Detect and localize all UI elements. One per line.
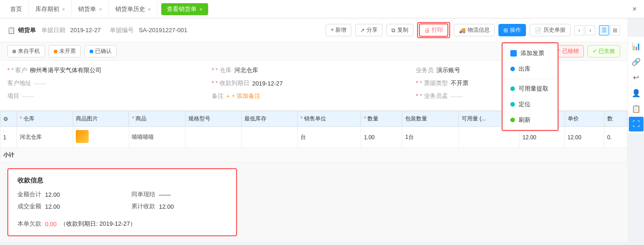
current-due-full-item: 本单欠款 0.00 （收款到期日: 2019-12-27） (17, 220, 227, 228)
cumulative-value: 12.00 (159, 203, 174, 210)
available-qty-item[interactable]: 可用量提取 (503, 81, 557, 97)
refresh-item[interactable]: 刷新 (503, 112, 557, 128)
tab-sales-order[interactable]: 销货单 × (72, 0, 108, 18)
add-note-button[interactable]: + + 添加备注 (226, 92, 261, 100)
view-buttons: ☰ ⊞ (599, 25, 620, 35)
payment-grid: 金额合计 12.00 同单现结 —— 成交金额 12.00 累计收款 12.00 (17, 190, 227, 228)
confirm-button[interactable]: 已确认 (85, 45, 117, 57)
cumulative-receipt-item: 累计收款 12.00 (131, 202, 227, 211)
prev-arrow[interactable]: ‹ (574, 25, 584, 35)
close-view-sales-tab-icon[interactable]: × (199, 6, 202, 12)
doc-meta: 单据日期 2019-12-27 单据编号 SA-20191227-001 (41, 26, 187, 34)
share-icon: ↗ (360, 27, 365, 34)
close-sales-tab-icon[interactable]: × (99, 6, 102, 12)
copy-icon: ⧉ (391, 27, 395, 34)
copy-button[interactable]: ⧉ 复制 (386, 24, 413, 36)
available-qty-icon (510, 86, 515, 91)
product-thumbnail (76, 130, 89, 143)
list-view-button[interactable]: ☰ (599, 25, 609, 35)
tab-home-label: 首页 (10, 5, 22, 13)
from-phone-dot (12, 50, 16, 53)
tab-inventory-init[interactable]: 库存期初 × (29, 0, 72, 18)
not-open-dot (54, 50, 57, 53)
row-amount: 0. (604, 127, 627, 148)
col-amount: 数 (604, 111, 627, 127)
operations-dropdown: 添加发票 出库 可用量提取 定位 刷新 (503, 43, 558, 130)
payment-title: 收款信息 (17, 177, 227, 185)
tab-home[interactable]: 首页 (4, 0, 29, 18)
note-field: 备注 + + 添加备注 (212, 92, 416, 100)
tab-bar-close-button[interactable]: × (629, 5, 640, 13)
salesperson-label: 业务员 (416, 66, 434, 74)
print-button[interactable]: 🖨 打印 (419, 23, 448, 37)
history-button[interactable]: 📄 历史单据 (530, 24, 571, 36)
tab-inventory-label: 库存期初 (35, 5, 59, 13)
col-product-img: 商品图片 (73, 111, 129, 127)
transaction-amount-item: 成交金额 12.00 (17, 202, 113, 211)
row-pack-qty: 1台 (402, 127, 458, 148)
ticket-type-value: 不开票 (451, 79, 469, 87)
new-button[interactable]: + 新增 (326, 24, 351, 36)
sidebar-icon-chart[interactable]: 📊 (629, 39, 644, 53)
refresh-icon (510, 118, 515, 122)
history-icon: 📄 (535, 27, 542, 34)
sidebar-icon-doc[interactable]: 📋 (629, 101, 644, 116)
not-open-ticket-button[interactable]: 未开票 (49, 45, 81, 57)
add-invoice-item[interactable]: 添加发票 (503, 46, 557, 61)
tab-bar: 首页 库存期初 × 销货单 × 销货单历史 × 查看销货单 × × (0, 0, 644, 18)
row-unit-price: 12.00 (565, 127, 604, 148)
doc-title: 📋 销货单 (7, 26, 36, 34)
doc-number-label: 单据编号 SA-20191227-001 (110, 26, 187, 34)
salesperson-value: 演示账号 (436, 66, 460, 74)
from-phone-button[interactable]: 来自手机 (7, 45, 45, 57)
same-order-settlement-item: 同单现结 —— (131, 190, 227, 199)
right-sidebar: 📊 🔗 ↩ 👤 📋 ⛶ (627, 37, 644, 133)
customer-label: * 客户 (7, 66, 27, 74)
due-date-note: （收款到期日: 2019-12-27） (60, 220, 136, 228)
project-value: —— (22, 93, 34, 100)
current-due-label: 本单欠款 (17, 220, 41, 228)
same-order-label: 同单现结 (131, 190, 155, 199)
tab-view-sales[interactable]: 查看销货单 × (161, 3, 208, 15)
sidebar-icon-undo[interactable]: ↩ (629, 70, 644, 85)
payment-date-label: * 收款到期日 (212, 79, 249, 87)
add-note-icon: + (226, 93, 230, 100)
operation-button[interactable]: ⊞ 操作 (498, 24, 526, 36)
add-invoice-icon (510, 50, 517, 57)
row-min-stock (241, 127, 297, 148)
share-button[interactable]: ↗ 分享 (355, 24, 383, 36)
col-pack-qty: 包装数量 (402, 111, 458, 127)
next-arrow[interactable]: › (585, 25, 595, 35)
close-inventory-tab-icon[interactable]: × (62, 6, 65, 12)
dropdown-divider-1 (503, 79, 557, 79)
grid-view-button[interactable]: ⊞ (610, 25, 620, 35)
tab-history-label: 销货单历史 (115, 5, 145, 13)
subtotal-label: 小计 (0, 148, 627, 163)
operation-icon: ⊞ (503, 27, 508, 34)
row-product: 嘻嘻嘻嘻 (129, 127, 185, 148)
effective-badge: ✓ 已生效 (588, 45, 620, 57)
warehouse-label: * 仓库 (212, 66, 232, 74)
confirm-dot (90, 50, 93, 53)
sidebar-icon-user[interactable]: 👤 (629, 85, 644, 100)
doc-date-label: 单据日期 2019-12-27 (41, 26, 101, 34)
logistics-icon: 🚚 (459, 27, 466, 34)
salesperson2-value: —— (451, 93, 463, 100)
logistics-button[interactable]: 🚚 物流信息 (454, 24, 495, 36)
dropdown-container: 添加发票 出库 可用量提取 定位 刷新 (502, 42, 559, 131)
tab-sales-label: 销货单 (78, 5, 96, 13)
print-icon: 🖨 (424, 27, 430, 34)
close-history-tab-icon[interactable]: × (148, 6, 151, 12)
locate-item[interactable]: 定位 (503, 97, 557, 112)
row-index: 1 (0, 127, 17, 148)
transaction-label: 成交金额 (17, 202, 41, 211)
note-label: 备注 (212, 92, 224, 100)
sidebar-icon-expand[interactable]: ⛶ (629, 117, 644, 131)
address-field: 客户地址 —— (7, 79, 212, 87)
cumulative-label: 累计收款 (131, 202, 155, 211)
outbound-item[interactable]: 出库 (503, 61, 557, 77)
tab-sales-history[interactable]: 销货单历史 × (109, 0, 158, 18)
sidebar-icon-link[interactable]: 🔗 (629, 54, 644, 69)
col-min-stock: 最低库存 (241, 111, 297, 127)
total-amount-item: 金额合计 12.00 (17, 190, 113, 199)
